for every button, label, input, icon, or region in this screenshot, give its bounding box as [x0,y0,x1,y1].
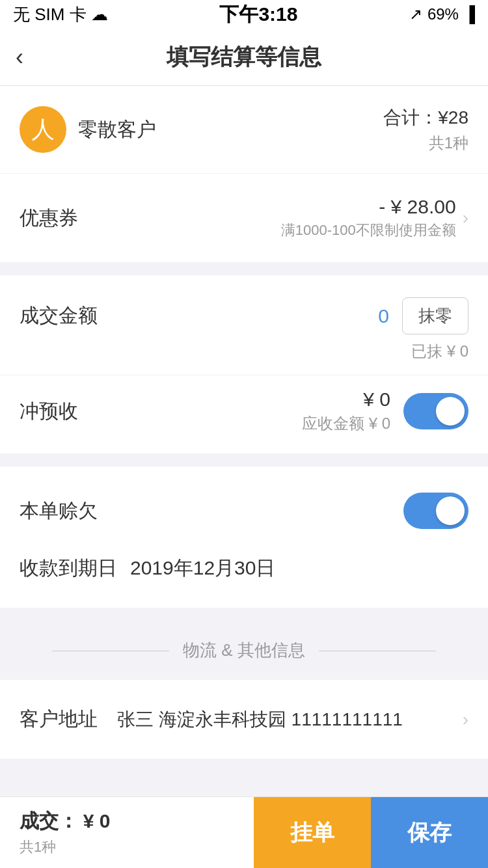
coupon-amount: - ¥ 28.00 [281,196,456,218]
status-time: 下午3:18 [219,1,297,28]
chevron-right-icon: › [463,208,468,228]
prepay-info: ¥ 0 应收金额 ¥ 0 [302,388,390,434]
bottom-bar: 成交： ¥ 0 共1种 挂单 保存 [0,796,488,868]
address-value: 张三 海淀永丰科技园 11111111111 [117,707,463,732]
debt-row: 本单赊欠 [0,467,488,555]
debt-section: 本单赊欠 收款到期日 2019年12月30日 [0,467,488,608]
transaction-sub: 已抹 ¥ 0 [0,341,488,375]
page-title: 填写结算等信息 [167,42,321,72]
battery-status: 69% [427,5,459,23]
location-icon: ↗ [409,5,422,23]
toggle-thumb [436,397,465,426]
coupon-label: 优惠券 [20,205,78,232]
customer-info: 人 零散客户 [20,106,156,153]
coupon-info: - ¥ 28.00 满1000-100不限制使用金额 [281,196,456,240]
debt-toggle-thumb [436,496,465,525]
back-button[interactable]: ‹ [16,44,23,71]
customer-section: 人 零散客户 合计：¥28 共1种 优惠券 - ¥ 28.00 满1000-10… [0,86,488,262]
duedate-value[interactable]: 2019年12月30日 [130,555,275,582]
status-bar: 无 SIM 卡 ☁ 下午3:18 ↗ 69% ▐ [0,0,488,29]
address-chevron-icon: › [463,709,468,730]
save-button[interactable]: 保存 [371,797,488,869]
transaction-right: 0 抹零 [378,297,468,334]
transaction-label: 成交金额 [20,303,98,329]
prepay-amount: ¥ 0 [302,388,390,411]
customer-total-info: 合计：¥28 共1种 [383,105,468,154]
round-zero-button[interactable]: 抹零 [402,297,468,334]
address-label: 客户地址 [20,706,98,733]
customer-row: 人 零散客户 合计：¥28 共1种 [0,86,488,173]
prepay-label: 冲预收 [20,398,78,425]
hold-button[interactable]: 挂单 [254,797,371,869]
prepay-row: 冲预收 ¥ 0 应收金额 ¥ 0 [0,375,488,454]
battery-icon: ▐ [464,5,475,23]
avatar-icon: 人 [31,114,55,146]
bottom-deal: 成交： ¥ 0 [20,808,234,835]
avatar: 人 [20,106,66,153]
status-right: ↗ 69% ▐ [409,5,475,23]
coupon-desc: 满1000-100不限制使用金额 [281,221,456,240]
coupon-right: - ¥ 28.00 满1000-100不限制使用金额 › [281,196,468,240]
deal-label: 成交： [20,810,78,832]
nav-bar: ‹ 填写结算等信息 [0,29,488,86]
logistics-label: 物流 & 其他信息 [183,640,305,660]
address-section: 客户地址 张三 海淀永丰科技园 11111111111 › [0,680,488,759]
debt-label: 本单赊欠 [20,498,98,524]
duedate-row: 收款到期日 2019年12月30日 [0,555,488,608]
prepay-sub: 应收金额 ¥ 0 [302,413,390,434]
logistics-header: 物流 & 其他信息 [0,621,488,680]
prepay-toggle[interactable] [403,393,468,429]
sim-status: 无 SIM 卡 ☁ [13,3,108,26]
transaction-row: 成交金额 0 抹零 [0,275,488,341]
transaction-amount[interactable]: 0 [378,305,389,327]
status-left: 无 SIM 卡 ☁ [13,3,108,26]
deal-amount: ¥ 0 [83,810,111,832]
customer-count: 共1种 [383,133,468,154]
customer-name: 零散客户 [78,116,156,143]
duedate-label: 收款到期日 [20,555,117,582]
prepay-right: ¥ 0 应收金额 ¥ 0 [302,388,468,434]
coupon-row[interactable]: 优惠券 - ¥ 28.00 满1000-100不限制使用金额 › [0,173,488,262]
address-row[interactable]: 客户地址 张三 海淀永丰科技园 11111111111 › [0,680,488,759]
transaction-section: 成交金额 0 抹零 已抹 ¥ 0 冲预收 ¥ 0 应收金额 ¥ 0 [0,275,488,454]
bottom-count: 共1种 [20,837,234,857]
debt-toggle[interactable] [403,493,468,529]
customer-total: 合计：¥28 [383,105,468,130]
bottom-summary: 成交： ¥ 0 共1种 [0,808,254,857]
